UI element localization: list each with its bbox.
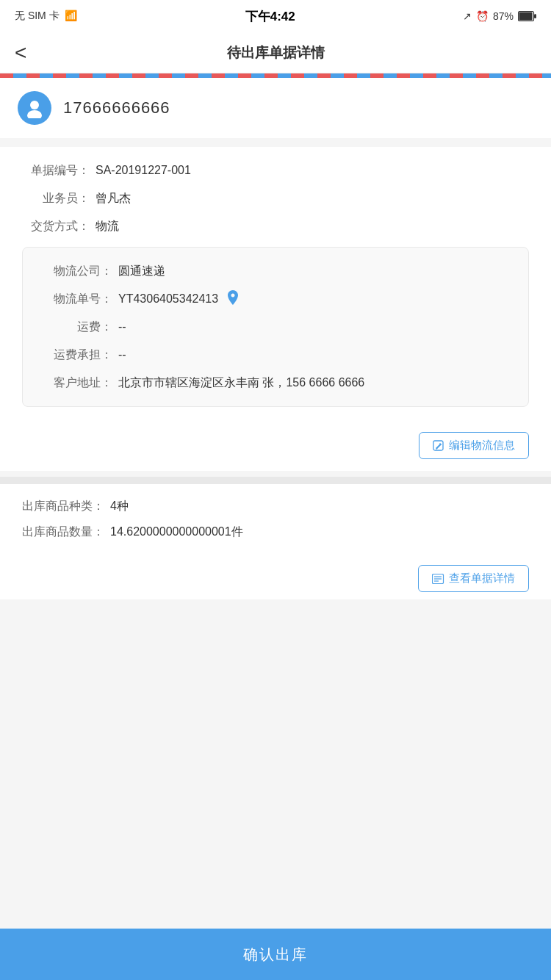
salesman-row: 业务员： 曾凡杰 (22, 190, 529, 207)
logistics-address-label: 客户地址： (45, 374, 118, 392)
document-number-label: 单据编号： (22, 162, 96, 179)
goods-quantity-label: 出库商品数量： (22, 525, 110, 540)
document-number-row: 单据编号： SA-20191227-001 (22, 162, 529, 179)
battery-text: 87% (493, 10, 514, 22)
logistics-freightbear-value: -- (118, 346, 506, 364)
avatar (18, 91, 51, 125)
confirm-btn-bar[interactable]: 确认出库 (0, 929, 551, 980)
goods-type-value: 4种 (110, 499, 129, 514)
svg-rect-2 (534, 14, 536, 18)
status-left: 无 SIM 卡 📶 (15, 10, 77, 23)
svg-rect-1 (519, 12, 532, 21)
status-time: 下午4:42 (245, 8, 295, 25)
delivery-row: 交货方式： 物流 (22, 217, 529, 235)
user-header: 17666666666 (0, 78, 551, 138)
logistics-address-value: 北京市市辖区海淀区永丰南 张，156 6666 6666 (118, 374, 506, 392)
user-phone: 17666666666 (63, 98, 170, 118)
location-status-icon: ↗ (463, 10, 472, 22)
salesman-label: 业务员： (22, 190, 96, 207)
spacer (0, 599, 551, 746)
page-title: 待出库单据详情 (227, 43, 325, 62)
status-bar: 无 SIM 卡 📶 下午4:42 ↗ ⏰ 87% (0, 0, 551, 32)
document-number-value: SA-20191227-001 (96, 162, 529, 179)
edit-logistics-label: 编辑物流信息 (449, 439, 515, 453)
logistics-freightbear-label: 运费承担： (45, 346, 118, 364)
back-button[interactable]: < (15, 35, 35, 71)
delivery-label: 交货方式： (22, 217, 96, 235)
salesman-value: 曾凡杰 (96, 190, 529, 207)
svg-point-3 (30, 101, 39, 109)
logistics-freight-label: 运费： (45, 318, 118, 336)
edit-logistics-button[interactable]: 编辑物流信息 (419, 432, 529, 459)
goods-type-label: 出库商品种类： (22, 499, 110, 514)
section-separator (0, 477, 551, 484)
confirm-btn-label: 确认出库 (243, 945, 308, 965)
document-info-section: 单据编号： SA-20191227-001 业务员： 曾凡杰 交货方式： 物流 … (0, 147, 551, 422)
goods-quantity-row: 出库商品数量： 14.62000000000000​01件 (22, 525, 529, 540)
logistics-freight-value: -- (118, 318, 506, 336)
logistics-card: 物流公司： 圆通速递 物流单号： YT43064053424​13 运费： -- (22, 247, 529, 407)
logistics-freight-row: 运费： -- (45, 318, 506, 336)
edit-btn-row: 编辑物流信息 (0, 422, 551, 471)
goods-quantity-value: 14.62000000000000​01件 (110, 525, 243, 540)
edit-icon (433, 440, 444, 452)
view-document-detail-label: 查看单据详情 (449, 572, 515, 586)
nav-bar: < 待出库单据详情 (0, 32, 551, 73)
svg-point-4 (27, 110, 42, 118)
logistics-freightbear-row: 运费承担： -- (45, 346, 506, 364)
view-btn-row: 查看单据详情 (0, 555, 551, 599)
logistics-tracking-label: 物流单号： (45, 290, 118, 308)
location-pin-icon[interactable] (226, 290, 240, 308)
goods-section: 出库商品种类： 4种 出库商品数量： 14.62000000000000​01件 (0, 484, 551, 555)
alarm-icon: ⏰ (476, 10, 489, 22)
view-document-detail-button[interactable]: 查看单据详情 (418, 565, 529, 592)
avatar-icon (24, 98, 45, 118)
delivery-value: 物流 (96, 217, 529, 235)
logistics-tracking-value: YT43064053424​13 (118, 290, 506, 308)
document-icon (432, 574, 444, 584)
goods-type-row: 出库商品种类： 4种 (22, 499, 529, 514)
logistics-tracking-row: 物流单号： YT43064053424​13 (45, 290, 506, 308)
logistics-company-label: 物流公司： (45, 262, 118, 280)
status-right: ↗ ⏰ 87% (463, 10, 536, 22)
logistics-address-row: 客户地址： 北京市市辖区海淀区永丰南 张，156 6666 6666 (45, 374, 506, 392)
logistics-company-row: 物流公司： 圆通速递 (45, 262, 506, 280)
battery-icon (518, 11, 536, 21)
logistics-company-value: 圆通速递 (118, 262, 506, 280)
